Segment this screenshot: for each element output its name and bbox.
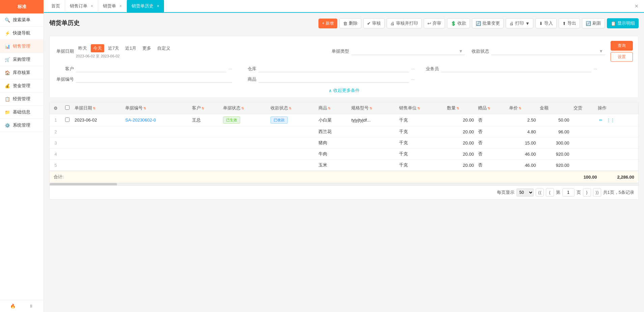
sidebar-item-search-menu[interactable]: 🔍 搜索菜单: [0, 14, 44, 27]
tab-sales-goods-close[interactable]: ×: [119, 4, 122, 8]
tab-bar: 首页 销售订单 × 销货单 × 销货单历史 × ✕: [44, 0, 644, 13]
sidebar-item-purchase-mgmt[interactable]: 🛒 采购管理: [0, 53, 44, 66]
customer-dots[interactable]: ···: [228, 66, 232, 71]
query-button[interactable]: 查询: [611, 41, 633, 51]
refresh-button[interactable]: 🔃 刷新: [582, 18, 605, 28]
tab-sales-goods-history[interactable]: 销货单历史 ×: [127, 0, 164, 12]
tab-sales-goods[interactable]: 销货单 ×: [98, 0, 127, 12]
settings-button[interactable]: 设置: [611, 52, 633, 62]
print-button[interactable]: 🖨 打印 ▼: [506, 18, 533, 28]
export-button[interactable]: ⬆ 导出: [559, 18, 580, 28]
batch-change-button[interactable]: 🔄 批量变更: [472, 18, 504, 28]
sidebar-item-quick-nav[interactable]: ⚡ 快捷导航: [0, 27, 44, 40]
per-page-select[interactable]: 50 100 200: [516, 188, 534, 197]
more-action[interactable]: ⋮⋮: [605, 118, 616, 123]
sidebar-pause-icon[interactable]: ⏸: [29, 304, 33, 309]
date-btn-today[interactable]: 今天: [91, 44, 104, 52]
filter-warehouse-input[interactable]: [258, 65, 409, 72]
sidebar-item-operation-mgmt[interactable]: 📋 经营管理: [0, 93, 44, 106]
cell-customer: [190, 160, 221, 171]
sidebar-item-inventory-calc[interactable]: 🏠 库存核算: [0, 66, 44, 79]
cell-transaction: [571, 126, 596, 137]
cell-checkbox[interactable]: [62, 160, 73, 171]
audit-button[interactable]: ✔ 审核: [363, 18, 385, 28]
col-payment-status[interactable]: 收款状态⇅: [269, 102, 316, 114]
table-header: ⚙ 单据日期⇅ 单据编号⇅ 客户⇅ 单据状态⇅: [50, 102, 638, 114]
cell-doc-status: [221, 160, 269, 171]
discard-button[interactable]: ↩ 弃审: [424, 18, 445, 28]
date-range: 2023-06-02 至 2023-06-02: [76, 54, 120, 59]
filter-doc-no-input[interactable]: [76, 76, 232, 83]
page-input[interactable]: [562, 188, 575, 197]
cell-checkbox[interactable]: [62, 126, 73, 137]
doc-no-link[interactable]: SA-20230602-0: [125, 118, 156, 123]
cell-checkbox[interactable]: [62, 137, 73, 149]
col-doc-date[interactable]: 单据日期⇅: [73, 102, 123, 114]
col-settings[interactable]: ⚙: [50, 102, 62, 114]
select-all-checkbox[interactable]: [65, 105, 69, 110]
tab-home[interactable]: 首页: [47, 0, 65, 12]
col-doc-status[interactable]: 单据状态⇅: [221, 102, 269, 114]
cell-checkbox[interactable]: [62, 114, 73, 126]
audit-print-button[interactable]: 🖨 审核并打印: [387, 18, 422, 28]
filter-staff-input[interactable]: [441, 65, 591, 72]
sidebar-item-basic-info[interactable]: 📁 基础信息: [0, 106, 44, 119]
col-gift[interactable]: 赠品⇅: [476, 102, 507, 114]
col-unit[interactable]: 销售单位⇅: [397, 102, 445, 114]
first-page-button[interactable]: ⟨⟨: [536, 188, 544, 197]
date-btn-yesterday[interactable]: 昨天: [76, 44, 89, 52]
show-detail-button[interactable]: 📋 显示明细: [607, 18, 639, 28]
filter-doc-no-label: 单据编号: [55, 76, 74, 82]
filter-customer-input[interactable]: [76, 65, 226, 72]
collapse-button[interactable]: ∧ 收起更多条件: [55, 86, 633, 95]
date-btn-more[interactable]: 更多: [140, 44, 153, 52]
goods-dots[interactable]: ···: [411, 77, 415, 82]
col-checkbox[interactable]: [62, 102, 73, 114]
sidebar-item-sales-mgmt[interactable]: 📊 销售管理: [0, 40, 44, 53]
collect-button[interactable]: 💲 收款: [447, 18, 470, 28]
edit-action[interactable]: ✏: [598, 118, 604, 123]
cell-seq: 4: [50, 149, 62, 160]
delete-button[interactable]: 🗑 删除: [339, 18, 361, 28]
tab-close-all[interactable]: ✕: [632, 3, 641, 9]
table-row: 4 牛肉 千克 20.00 否 46.00 920.00: [50, 149, 638, 160]
tab-sales-order-close[interactable]: ×: [91, 4, 93, 8]
col-customer[interactable]: 客户⇅: [190, 102, 221, 114]
col-doc-no[interactable]: 单据编号⇅: [123, 102, 190, 114]
summary-values: 100.00 2,286.00: [584, 175, 634, 180]
tab-home-label: 首页: [51, 3, 60, 9]
cell-quantity: 20.00: [445, 114, 476, 126]
date-btn-1month[interactable]: 近1月: [123, 44, 139, 52]
date-btn-custom[interactable]: 自定义: [155, 44, 173, 52]
staff-dots[interactable]: ···: [593, 66, 597, 71]
pagination: 每页显示 50 100 200 ⟨⟨ ⟨ 第 页 ⟩ ⟩⟩ 共1页，5条记录: [50, 185, 638, 199]
last-page-button[interactable]: ⟩⟩: [593, 188, 601, 197]
cell-checkbox[interactable]: [62, 149, 73, 160]
col-price[interactable]: 单价⇅: [507, 102, 538, 114]
next-page-button[interactable]: ⟩: [583, 188, 591, 197]
cell-quantity: 20.00: [445, 126, 476, 137]
row-checkbox[interactable]: [65, 118, 69, 122]
sidebar-item-finance-mgmt[interactable]: 💰 资金管理: [0, 79, 44, 93]
date-btn-7days[interactable]: 近7天: [106, 44, 121, 52]
print-icon: 🖨: [509, 21, 514, 26]
sidebar-item-system-mgmt[interactable]: ⚙️ 系统管理: [0, 119, 44, 132]
sidebar-collapse-icon[interactable]: 🔥: [10, 304, 16, 309]
prev-page-button[interactable]: ⟨: [546, 188, 554, 197]
filter-payment-status-select[interactable]: ▼: [491, 48, 605, 55]
col-quantity[interactable]: 数量⇅: [445, 102, 476, 114]
filter-doc-type-select[interactable]: ▼: [351, 48, 465, 55]
filter-customer-label: 客户: [55, 66, 74, 72]
tab-sales-goods-history-close[interactable]: ×: [157, 4, 159, 8]
cell-transaction: [571, 149, 596, 160]
cell-payment-status: [269, 160, 316, 171]
warehouse-dots[interactable]: ···: [411, 66, 415, 71]
filter-goods-input[interactable]: [258, 76, 409, 83]
filter-area: 单据日期 昨天 今天 近7天 近1月 更多 自定义 2023-06-02 至 2…: [49, 36, 639, 98]
tab-sales-order[interactable]: 销售订单 ×: [65, 0, 98, 12]
col-goods[interactable]: 商品⇅: [316, 102, 349, 114]
col-spec[interactable]: 规格型号⇅: [349, 102, 397, 114]
new-button[interactable]: + 新增: [318, 19, 337, 28]
horizontal-scrollbar[interactable]: [50, 183, 638, 185]
import-button[interactable]: ⬇ 导入: [535, 18, 557, 28]
